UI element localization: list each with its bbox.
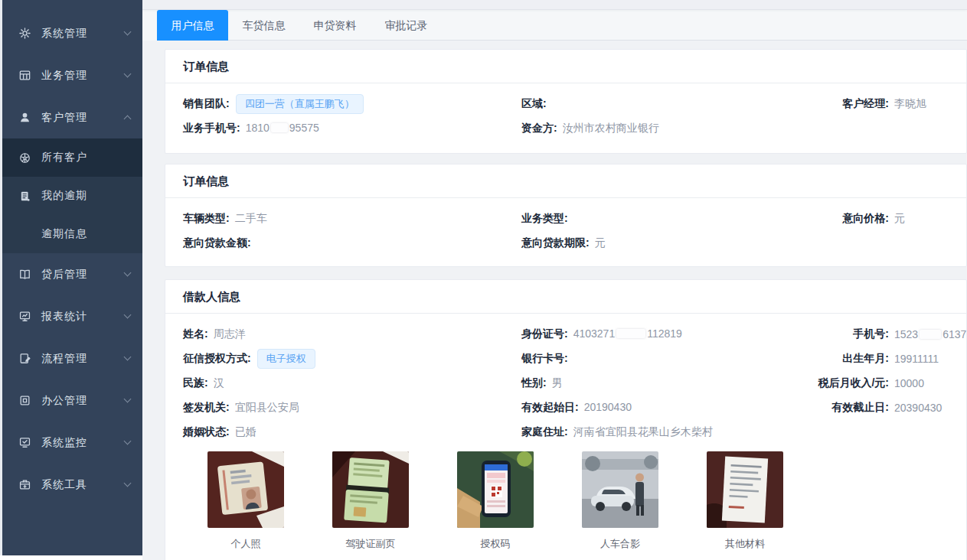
sidebar-item-label: 报表统计 xyxy=(41,310,125,324)
field-value: 河南省宜阳县花果山乡木柴村 xyxy=(573,425,713,438)
user-icon xyxy=(18,111,31,125)
chevron-down-icon xyxy=(124,353,132,361)
field-valid-to: 有效截止日:20390430 xyxy=(789,401,966,415)
photo-label: 驾驶证副页 xyxy=(332,537,409,551)
field-value: 已婚 xyxy=(235,425,256,438)
sidebar: 系统管理 业务管理 客户管理 所有客户 xyxy=(2,0,142,555)
photo-label: 个人照 xyxy=(207,537,284,551)
photo-thumbnail-id-card[interactable]: 个人照 xyxy=(207,451,284,551)
card-title: 借款人信息 xyxy=(165,280,966,314)
tab-loan-application-docs[interactable]: 申贷资料 xyxy=(299,10,371,41)
sidebar-item-label: 系统监控 xyxy=(41,436,125,450)
card-title: 订单信息 xyxy=(165,164,966,198)
field-label: 签发机关: xyxy=(183,401,230,413)
redaction-mask xyxy=(616,329,645,338)
app-window: 系统管理 业务管理 客户管理 所有客户 xyxy=(0,0,967,560)
chevron-down-icon xyxy=(124,311,132,319)
field-vehicle-type: 车辆类型:二手车 xyxy=(183,212,521,226)
field-value: 二手车 xyxy=(235,212,267,224)
tab-car-loan-info[interactable]: 车贷信息 xyxy=(228,10,299,41)
field-name: 姓名:周志洋 xyxy=(183,327,521,341)
sidebar-item-business-management[interactable]: 业务管理 xyxy=(2,54,142,96)
field-label: 银行卡号: xyxy=(521,352,568,364)
field-label: 资金方: xyxy=(521,122,557,134)
field-label: 有效截止日: xyxy=(789,401,889,415)
field-value: 20390430 xyxy=(894,402,942,414)
sidebar-item-label: 贷后管理 xyxy=(41,268,125,282)
photo-thumbnail-document[interactable]: 其他材料 xyxy=(707,451,783,551)
field-region: 区域: xyxy=(521,97,789,111)
field-value: 汉 xyxy=(214,376,224,389)
field-label: 民族: xyxy=(183,376,208,389)
tab-user-info[interactable]: 用户信息 xyxy=(157,10,228,41)
field-sales-team: 销售团队:四团一营（直属王鹏飞） xyxy=(183,94,521,114)
photo-thumbnail-auth-qr[interactable]: 授权码 xyxy=(457,451,534,551)
loan-intent-card: 订单信息 车辆类型:二手车 业务类型: 意向价格:元 意向贷款金额: xyxy=(165,164,967,267)
gear-icon xyxy=(18,27,31,41)
borrower-photos: 个人照 xyxy=(207,451,966,551)
field-label: 出生年月: xyxy=(789,352,889,366)
sidebar-item-customer-management[interactable]: 客户管理 xyxy=(2,96,142,138)
field-gender: 性别:男 xyxy=(521,376,789,390)
field-value: 宜阳县公安局 xyxy=(235,401,299,413)
field-label: 税后月收入/元: xyxy=(789,376,889,390)
field-credit-auth: 征信授权方式:电子授权 xyxy=(183,349,521,369)
sidebar-item-label: 系统管理 xyxy=(41,27,125,41)
tab-approval-records[interactable]: 审批记录 xyxy=(371,10,442,41)
sidebar-item-office-management[interactable]: 办公管理 xyxy=(2,379,142,422)
field-label: 销售团队: xyxy=(183,97,230,109)
field-value: 元 xyxy=(894,212,905,226)
field-value: 男 xyxy=(552,376,563,389)
credit-auth-tag: 电子授权 xyxy=(257,349,315,369)
book-icon xyxy=(18,268,31,282)
redaction-mask xyxy=(271,123,288,132)
field-income: 税后月收入/元:10000 xyxy=(789,376,966,390)
field-value: 15236137 xyxy=(894,328,966,340)
field-label: 意向价格: xyxy=(789,212,889,226)
sidebar-item-postloan-management[interactable]: 贷后管理 xyxy=(2,253,142,295)
photo-thumbnail-green-booklet[interactable]: 驾驶证副页 xyxy=(332,451,409,551)
field-label: 区域: xyxy=(521,97,547,109)
sidebar-item-system-tools[interactable]: 系统工具 xyxy=(2,464,142,506)
notebook-icon xyxy=(18,189,31,203)
chevron-up-icon xyxy=(124,116,132,123)
field-ethnicity: 民族:汉 xyxy=(183,376,521,390)
field-label: 意向贷款期限: xyxy=(521,236,590,249)
sidebar-item-process-management[interactable]: 流程管理 xyxy=(2,337,142,379)
chevron-down-icon xyxy=(124,480,132,487)
id-card-photo xyxy=(207,451,284,528)
sidebar-item-label: 系统工具 xyxy=(41,478,125,492)
field-loan-term: 意向贷款期限:元 xyxy=(521,236,789,250)
sidebar-item-report-statistics[interactable]: 报表统计 xyxy=(2,295,142,337)
field-label: 有效起始日: xyxy=(521,401,579,413)
tab-bar-zone: 用户信息 车贷信息 申贷资料 审批记录 xyxy=(142,0,967,41)
sidebar-item-label: 所有客户 xyxy=(41,151,130,164)
field-intent-price: 意向价格:元 xyxy=(789,212,966,226)
field-value: 汝州市农村商业银行 xyxy=(563,122,659,134)
chevron-down-icon xyxy=(124,28,132,36)
field-value: 李晓旭 xyxy=(894,97,926,111)
photo-thumbnail-person-car[interactable]: 人车合影 xyxy=(582,451,658,551)
sidebar-item-all-customers[interactable]: 所有客户 xyxy=(2,138,142,177)
card-title: 订单信息 xyxy=(165,50,966,83)
field-loan-amount: 意向贷款金额: xyxy=(183,236,521,250)
field-birth: 出生年月:19911111 xyxy=(789,352,966,366)
field-label: 征信授权方式: xyxy=(183,352,251,364)
sidebar-item-system-management[interactable]: 系统管理 xyxy=(2,12,142,54)
chevron-down-icon xyxy=(124,269,132,277)
field-valid-from: 有效起始日:20190430 xyxy=(521,401,789,415)
monitor-check-icon xyxy=(18,436,31,450)
green-booklet-photo xyxy=(332,451,409,528)
customer-submenu: 所有客户 我的逾期 逾期信息 xyxy=(2,138,142,253)
sidebar-item-overdue-info[interactable]: 逾期信息 xyxy=(2,215,142,253)
chevron-down-icon xyxy=(124,396,132,403)
borrower-info-card: 借款人信息 姓名:周志洋 身份证号:4103271112819 手机号:1523… xyxy=(165,279,967,560)
sidebar-item-label: 我的逾期 xyxy=(41,189,130,203)
sales-team-tag: 四团一营（直属王鹏飞） xyxy=(236,94,364,114)
field-value: 19911111 xyxy=(894,353,939,365)
sidebar-item-my-overdue[interactable]: 我的逾期 xyxy=(2,177,142,215)
sidebar-item-system-monitor[interactable]: 系统监控 xyxy=(2,422,142,464)
field-label: 业务手机号: xyxy=(183,122,240,134)
document-edit-icon xyxy=(18,352,31,366)
field-business-type: 业务类型: xyxy=(521,212,789,226)
